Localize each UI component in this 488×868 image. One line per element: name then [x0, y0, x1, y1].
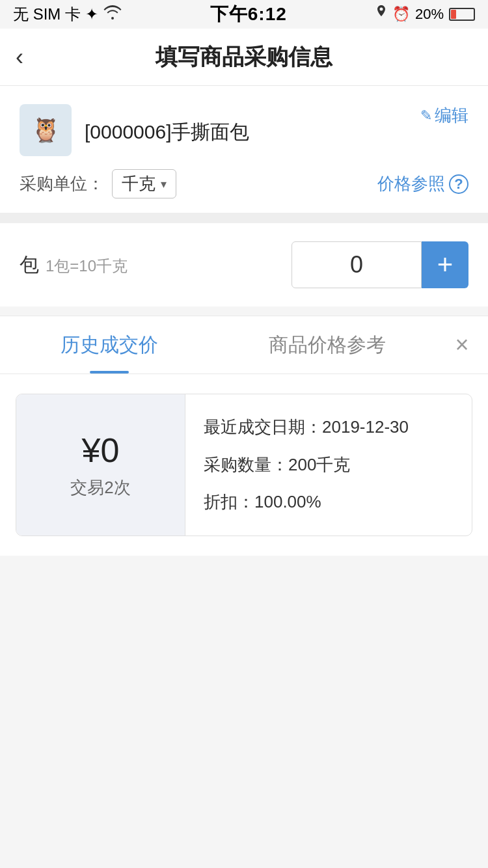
- price-ref-button[interactable]: 价格参照 ?: [377, 172, 468, 195]
- qty-input-group: +: [291, 241, 468, 288]
- wifi-icon: [103, 5, 122, 23]
- product-card: 🦉 [0000006]手撕面包 ✎ 编辑 采购单位： 千克 ▾ 价格参照 ?: [0, 86, 488, 213]
- edit-button[interactable]: ✎ 编辑: [420, 104, 468, 127]
- unit-dropdown[interactable]: 千克 ▾: [112, 169, 176, 198]
- history-date-row: 最近成交日期：2019-12-30: [204, 414, 454, 441]
- section-divider: [0, 213, 488, 223]
- history-trades: 交易2次: [70, 476, 130, 499]
- price-ref-label: 价格参照: [377, 172, 445, 195]
- tab-history-price[interactable]: 历史成交价: [0, 316, 218, 373]
- unit-label: 采购单位：: [20, 172, 104, 195]
- page-title: 填写商品采购信息: [156, 42, 332, 72]
- location-icon: [375, 5, 387, 23]
- status-left: 无 SIM 卡 ✦: [13, 4, 122, 25]
- tab-close-button[interactable]: ×: [436, 316, 488, 373]
- history-card-left: ¥0 交易2次: [16, 394, 185, 536]
- product-name: [0000006]手撕面包: [85, 115, 249, 146]
- nav-bar: ‹ 填写商品采购信息: [0, 29, 488, 86]
- history-price: ¥0: [82, 431, 120, 470]
- status-bar: 无 SIM 卡 ✦ 下午6:12 ⏰ 20%: [0, 0, 488, 29]
- dropdown-arrow-icon: ▾: [161, 177, 167, 191]
- history-card: ¥0 交易2次 最近成交日期：2019-12-30 采购数量：200千克 折扣：…: [16, 394, 472, 536]
- status-right: ⏰ 20%: [375, 5, 475, 23]
- back-button[interactable]: ‹: [16, 44, 23, 71]
- qty-unit: 包: [20, 252, 39, 278]
- quantity-row: 包 1包=10千克 +: [0, 223, 488, 306]
- product-left: 🦉 [0000006]手撕面包: [20, 104, 249, 156]
- unit-value: 千克: [122, 172, 156, 195]
- bottom-area: [0, 556, 488, 868]
- qty-label: 包 1包=10千克: [20, 252, 128, 278]
- product-header: 🦉 [0000006]手撕面包 ✎ 编辑: [20, 104, 468, 156]
- qty-plus-button[interactable]: +: [422, 241, 468, 288]
- product-thumbnail: 🦉: [20, 104, 72, 156]
- history-content: ¥0 交易2次 最近成交日期：2019-12-30 采购数量：200千克 折扣：…: [0, 374, 488, 556]
- tabs-header: 历史成交价 商品价格参考 ×: [0, 316, 488, 374]
- price-ref-help-icon: ?: [449, 174, 468, 194]
- history-card-right: 最近成交日期：2019-12-30 采购数量：200千克 折扣：100.00%: [185, 394, 472, 536]
- tab-price-reference[interactable]: 商品价格参考: [218, 316, 436, 373]
- history-qty-row: 采购数量：200千克: [204, 452, 454, 479]
- product-unit-row: 采购单位： 千克 ▾ 价格参照 ?: [20, 169, 468, 198]
- qty-input[interactable]: [291, 241, 422, 288]
- tabs-list: 历史成交价 商品价格参考: [0, 316, 436, 373]
- alarm-icon: ⏰: [392, 6, 410, 23]
- battery-icon: [449, 8, 475, 21]
- history-discount-row: 折扣：100.00%: [204, 489, 454, 516]
- sim-label: 无 SIM 卡 ✦: [13, 4, 98, 25]
- edit-icon: ✎: [420, 107, 432, 124]
- tabs-panel: 历史成交价 商品价格参考 × ¥0 交易2次 最近成交日期：2019-12-30…: [0, 316, 488, 556]
- battery-percent: 20%: [415, 6, 444, 23]
- product-logo-icon: 🦉: [31, 116, 61, 144]
- qty-conversion: 1包=10千克: [46, 256, 128, 277]
- tab-underline: [90, 371, 129, 373]
- status-time: 下午6:12: [210, 2, 287, 27]
